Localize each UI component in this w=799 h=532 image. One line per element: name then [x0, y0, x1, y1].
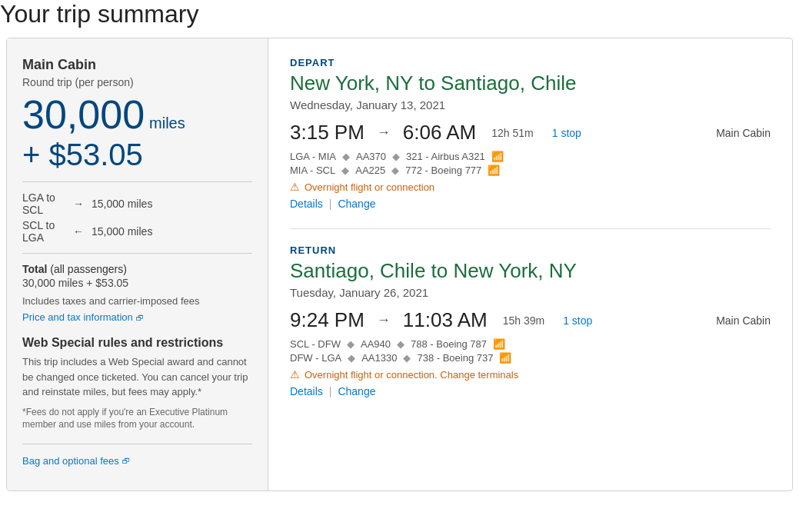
depart-arrow-icon: →: [377, 125, 391, 141]
page-header: Your trip summary: [0, 0, 799, 28]
miles-display: 30,000 miles: [22, 95, 252, 135]
depart-arrive-time: 6:06 AM: [403, 121, 476, 145]
depart-section: DEPART New York, NY to Santiago, Chile W…: [290, 57, 771, 210]
bag-fees-external-icon: 🗗: [122, 457, 130, 465]
web-special-title: Web Special rules and restrictions: [22, 336, 252, 350]
depart-action-row: Details | Change: [290, 198, 771, 210]
return-type: RETURN: [290, 244, 771, 256]
depart-warning: ⚠ Overnight flight or connection: [290, 181, 771, 193]
right-panel: DEPART New York, NY to Santiago, Chile W…: [268, 38, 792, 490]
cabin-label: Main Cabin: [22, 57, 252, 73]
return-aircraft-2: 738 - Boeing 737: [417, 352, 493, 364]
depart-aircraft-1: 321 - Airbus A321: [406, 151, 485, 162]
return-warning: ⚠ Overnight flight or connection. Change…: [290, 368, 771, 381]
return-cabin-tag: Main Cabin: [716, 314, 771, 327]
return-flight-row-2: DFW - LGA ◆ AA1330 ◆ 738 - Boeing 737 📶: [290, 352, 771, 364]
route-arrow-1: →: [73, 198, 84, 210]
miles-word: miles: [149, 115, 185, 132]
bag-fees-link[interactable]: Bag and optional fees: [22, 455, 119, 467]
divider-1: [22, 181, 252, 182]
route-row-1: LGA to SCL → 15,000 miles: [22, 191, 252, 216]
depart-aircraft-2: 772 - Boeing 777: [405, 165, 481, 176]
depart-cabin-tag: Main Cabin: [716, 127, 771, 139]
return-flight-2: AA1330: [361, 352, 397, 364]
return-wifi-1: 📶: [493, 338, 505, 350]
return-arrow-icon: →: [377, 312, 391, 328]
price-tax-link[interactable]: Price and tax information: [22, 311, 133, 323]
external-link-icon: 🗗: [136, 314, 144, 322]
depart-warning-icon: ⚠: [290, 181, 300, 193]
return-aircraft-1: 788 - Boeing 787: [411, 338, 487, 350]
depart-flight-row-2: MIA - SCL ◆ AA225 ◆ 772 - Boeing 777 📶: [290, 165, 771, 176]
route-code-1: LGA to SCL: [22, 191, 68, 216]
taxes-note: Includes taxes and carrier-imposed fees: [22, 295, 252, 307]
total-bold: Total: [22, 263, 47, 275]
depart-time: 3:15 PM: [290, 121, 365, 145]
depart-flight-2: AA225: [355, 165, 385, 176]
trip-summary-container: Main Cabin Round trip (per person) 30,00…: [6, 38, 793, 491]
return-date: Tuesday, January 26, 2021: [290, 286, 771, 299]
total-section: Total (all passengers) 30,000 miles + $5…: [22, 263, 252, 289]
return-warning-icon: ⚠: [290, 368, 300, 381]
return-route-2: DFW - LGA: [290, 352, 341, 364]
route-miles-1: 15,000 miles: [92, 198, 152, 210]
return-route-1: SCL - DFW: [290, 338, 341, 350]
return-depart-time: 9:24 PM: [290, 308, 365, 332]
return-flight-row-1: SCL - DFW ◆ AA940 ◆ 788 - Boeing 787 📶: [290, 338, 771, 350]
return-route-title: Santiago, Chile to New York, NY: [290, 259, 771, 283]
depart-flight-1: AA370: [356, 151, 386, 162]
depart-wifi-1: 📶: [491, 151, 504, 162]
web-special-text: This trip includes a Web Special award a…: [22, 354, 252, 400]
return-stop-badge[interactable]: 1 stop: [563, 314, 592, 327]
return-times-row: 9:24 PM → 11:03 AM 15h 39m 1 stop Main C…: [290, 308, 771, 332]
return-details-link[interactable]: Details: [290, 385, 323, 397]
depart-details-link[interactable]: Details: [290, 198, 323, 210]
depart-warning-text: Overnight flight or connection: [305, 181, 434, 193]
depart-type: DEPART: [290, 57, 771, 68]
footnote: *Fees do not apply if you're an Executiv…: [22, 406, 252, 432]
route-row-2: SCL to LGA ← 15,000 miles: [22, 219, 252, 244]
total-suffix: (all passengers): [47, 263, 127, 275]
bag-fees-section: Bag and optional fees 🗗: [22, 444, 252, 467]
price-display: + $53.05: [22, 138, 252, 172]
total-line: Total (all passengers): [22, 263, 252, 275]
route-arrow-2: ←: [73, 225, 84, 238]
depart-date: Wednesday, January 13, 2021: [290, 98, 771, 111]
depart-stop-badge[interactable]: 1 stop: [552, 127, 581, 139]
return-change-link[interactable]: Change: [338, 385, 375, 397]
return-wifi-2: 📶: [499, 352, 511, 364]
return-action-row: Details | Change: [290, 385, 771, 397]
left-panel: Main Cabin Round trip (per person) 30,00…: [7, 38, 268, 490]
return-arrive-time: 11:03 AM: [403, 308, 488, 332]
return-section: RETURN Santiago, Chile to New York, NY T…: [290, 244, 771, 397]
depart-times-row: 3:15 PM → 6:06 AM 12h 51m 1 stop Main Ca…: [290, 121, 771, 145]
round-trip-label: Round trip (per person): [22, 76, 252, 88]
return-warning-text: Overnight flight or connection. Change t…: [305, 369, 518, 381]
route-miles-2: 15,000 miles: [92, 225, 152, 238]
total-sub: 30,000 miles + $53.05: [22, 277, 252, 289]
page-title: Your trip summary: [0, 0, 799, 28]
depart-flight-row-1: LGA - MIA ◆ AA370 ◆ 321 - Airbus A321 📶: [290, 151, 771, 162]
flights-divider: [290, 228, 771, 229]
depart-duration: 12h 51m: [491, 127, 533, 139]
return-flight-1: AA940: [361, 338, 391, 350]
depart-route-2: MIA - SCL: [290, 165, 335, 176]
route-code-2: SCL to LGA: [22, 219, 68, 244]
divider-2: [22, 253, 252, 254]
depart-route-1: LGA - MIA: [290, 151, 336, 162]
depart-change-link[interactable]: Change: [338, 198, 375, 210]
depart-wifi-2: 📶: [488, 165, 500, 176]
depart-route-title: New York, NY to Santiago, Chile: [290, 71, 771, 95]
miles-number: 30,000: [22, 95, 145, 135]
return-duration: 15h 39m: [503, 314, 544, 327]
